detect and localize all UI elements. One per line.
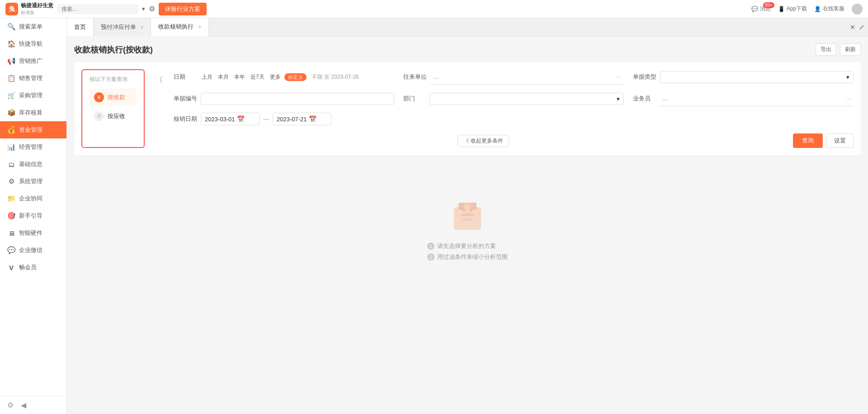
writeoff-date-end[interactable]: 2023-07-21 📅 <box>273 113 331 125</box>
writeoff-date-start[interactable]: 2023-03-01 📅 <box>201 113 259 125</box>
filter-group-writeoff-date: 核销日期 2023-03-01 📅 — 2023-07-21 📅 <box>174 113 854 125</box>
date-range-display: 不限 至 2023-07-26 <box>312 73 359 81</box>
filter-actions: 《 收起更多条件 查询 设置 <box>174 132 854 148</box>
voucher-no-input[interactable] <box>201 93 394 105</box>
page-actions: 导出 刷新 <box>816 43 861 56</box>
date-shortcut-this-month[interactable]: 本月 <box>216 72 231 82</box>
sidebar-item-enterprise[interactable]: 📁 企业协同 <box>0 190 66 207</box>
sidebar-item-purchase[interactable]: 🛒 采购管理 <box>0 87 66 104</box>
sidebar-label-purchase: 采购管理 <box>19 91 42 100</box>
date-custom-badge[interactable]: 自定义 <box>284 73 307 81</box>
writeoff-start-cal-icon: 📅 <box>237 115 245 123</box>
tab-prepay[interactable]: 预付冲应付单 × <box>94 18 151 36</box>
tab-fullscreen-icon[interactable]: ⤢ <box>859 24 864 31</box>
sidebar-item-vip[interactable]: V 畅会员 <box>0 259 66 276</box>
empty-tip-1: 1 请先选择要分析的方案 <box>427 242 508 250</box>
app-name: 畅捷通好生意 <box>21 2 53 10</box>
app-download-item[interactable]: 📱 App下载 <box>778 5 807 13</box>
sidebar-item-hardware[interactable]: 🖥 智能硬件 <box>0 224 66 242</box>
collapse-more-btn[interactable]: 《 收起更多条件 <box>458 135 509 147</box>
filter-option-receipt[interactable]: ¥ 按收款 <box>90 89 137 106</box>
collapse-left-btn[interactable]: 《 <box>152 76 166 85</box>
guide-icon: 🎯 <box>7 212 15 220</box>
vip-icon: V <box>7 264 15 271</box>
counterparty-input[interactable] <box>430 71 613 82</box>
date-label: 日期 <box>174 73 196 81</box>
sidebar-item-sales[interactable]: 📋 销售管理 <box>0 70 66 87</box>
salesperson-input[interactable] <box>659 93 843 104</box>
sidebar-item-basic-info[interactable]: 🗂 基础信息 <box>0 156 66 173</box>
tab-close-all-icon[interactable]: ✕ <box>850 24 855 31</box>
tab-collection-close[interactable]: × <box>198 24 201 29</box>
top-header: 兔 畅捷通好生意 标准版 ▾ ⚙ 休验行业方案 💬 消息 99+ 📱 App下载… <box>0 0 868 18</box>
sidebar-label-hardware: 智能硬件 <box>19 229 42 237</box>
filter-left-panel: 按以下方案查询 ¥ 按收款 ⏱ 按应收 <box>81 69 145 148</box>
sidebar-collapse-icon[interactable]: ◀ <box>21 401 26 409</box>
header-search-input[interactable] <box>57 4 138 14</box>
search-menu-icon: 🔍 <box>7 23 15 31</box>
counterparty-more-icon[interactable]: ··· <box>613 73 624 80</box>
filter-row-3: 核销日期 2023-03-01 📅 — 2023-07-21 📅 <box>174 113 854 125</box>
filter-option-payable-label: 按应收 <box>108 112 125 120</box>
tab-prepay-close[interactable]: × <box>141 24 143 30</box>
department-select[interactable]: ▾ <box>429 93 624 105</box>
header-gear-icon[interactable]: ⚙ <box>149 5 155 13</box>
tip-num-1: 1 <box>427 243 434 250</box>
voucher-type-dropdown-icon: ▾ <box>846 74 849 81</box>
export-btn[interactable]: 导出 <box>816 43 836 56</box>
header-dropdown-icon[interactable]: ▾ <box>142 5 145 12</box>
sidebar-label-quick-nav: 快捷导航 <box>19 40 42 48</box>
empty-tips: 1 请先选择要分析的方案 2 用过滤条件来缩小分析范围 <box>427 242 508 261</box>
tip-text-2: 用过滤条件来缩小分析范围 <box>437 253 508 261</box>
date-shortcut-this-year[interactable]: 本年 <box>232 72 247 82</box>
query-btn[interactable]: 查询 <box>793 133 823 148</box>
date-shortcut-7days[interactable]: 近7天 <box>249 72 266 82</box>
settings-btn[interactable]: 设置 <box>826 133 854 148</box>
sidebar-item-quick-nav[interactable]: 🏠 快捷导航 <box>0 35 66 52</box>
svg-rect-4 <box>462 219 473 220</box>
filter-row-1: 日期 上月 本月 本年 近7天 更多 自定义 不限 至 2023-07-26 <box>174 69 854 85</box>
date-shortcut-more[interactable]: 更多 <box>268 72 283 82</box>
tab-home[interactable]: 首页 <box>67 18 94 36</box>
notification-item[interactable]: 💬 消息 99+ <box>751 5 771 13</box>
refresh-btn[interactable]: 刷新 <box>840 43 861 56</box>
filter-panel-title: 按以下方案查询 <box>90 76 137 83</box>
industry-btn[interactable]: 休验行业方案 <box>159 3 207 15</box>
filter-option-payable[interactable]: ⏱ 按应收 <box>90 108 137 125</box>
salesperson-label: 业务员 <box>633 95 656 103</box>
sidebar-item-business[interactable]: 📊 经营管理 <box>0 138 66 156</box>
sidebar-item-guide[interactable]: 🎯 新手引导 <box>0 207 66 224</box>
sidebar-item-marketing[interactable]: 📢 营销推广 <box>0 52 66 70</box>
finance-icon: 💰 <box>7 126 15 134</box>
filter-panel: 按以下方案查询 ¥ 按收款 ⏱ 按应收 《 <box>74 62 861 155</box>
sidebar-item-wechat[interactable]: 💬 企业微信 <box>0 242 66 259</box>
voucher-type-select[interactable]: ▾ <box>660 71 854 83</box>
user-item[interactable] <box>852 4 863 14</box>
sidebar-label-search-menu: 搜索菜单 <box>19 23 42 31</box>
svg-point-6 <box>470 209 472 212</box>
payable-icon: ⏱ <box>94 111 104 121</box>
page-title-bar: 收款核销执行(按收款) 导出 刷新 <box>74 43 861 56</box>
sidebar-item-search-menu[interactable]: 🔍 搜索菜单 <box>0 18 66 35</box>
counterparty-label: 往来单位 <box>403 73 427 81</box>
filter-group-voucher-no: 单据编号 <box>174 93 394 105</box>
purchase-icon: 🛒 <box>7 91 15 100</box>
sidebar-label-system: 系统管理 <box>19 177 42 186</box>
online-service-item[interactable]: 👤 在线客服 <box>814 5 844 13</box>
filter-row-2: 单据编号 部门 ▾ 业务员 <box>174 91 854 106</box>
date-shortcut-last-month[interactable]: 上月 <box>200 72 214 82</box>
filter-buttons: 《 收起更多条件 <box>458 135 509 147</box>
empty-tip-2: 2 用过滤条件来缩小分析范围 <box>427 253 508 261</box>
wechat-icon: 💬 <box>7 246 15 254</box>
sidebar-item-inventory[interactable]: 📦 库存核算 <box>0 104 66 121</box>
notification-count: 99+ <box>763 2 774 8</box>
sidebar-item-finance[interactable]: 💰 资金管理 <box>0 121 66 138</box>
tip-num-2: 2 <box>427 253 434 261</box>
sidebar-item-system[interactable]: ⚙ 系统管理 <box>0 173 66 190</box>
salesperson-more-icon[interactable]: ··· <box>843 95 854 102</box>
tab-collection[interactable]: 收款核销执行 × <box>151 18 208 36</box>
marketing-icon: 📢 <box>7 57 15 65</box>
tab-collection-label: 收款核销执行 <box>158 23 193 31</box>
filter-group-counterparty: 往来单位 ··· <box>403 69 624 85</box>
sidebar-settings-icon[interactable]: ⚙ <box>7 401 14 409</box>
